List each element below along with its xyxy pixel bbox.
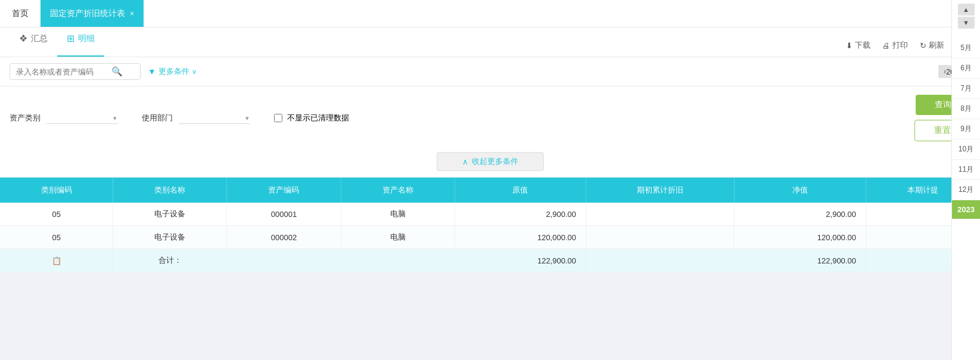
refresh-icon: ↻ <box>920 41 926 50</box>
print-icon: 🖨 <box>882 41 890 50</box>
table-row: 05 电子设备 000002 电脑 120,000.00 120,000.00 <box>0 226 980 249</box>
refresh-label: 刷新 <box>929 40 944 51</box>
total-row: 📋 合计： 122,900.00 122,900.00 <box>0 249 980 272</box>
sub-tabs-bar: ❖ 汇总 ⊞ 明细 ⬇ 下载 🖨 打印 ↻ 刷新 <box>0 27 980 57</box>
cell-net-value: 2,900.00 <box>735 203 866 226</box>
collapse-label: 收起更多条件 <box>472 156 518 167</box>
download-btn[interactable]: ⬇ 下载 <box>846 40 870 51</box>
active-tab[interactable]: 固定资产折旧统计表 × <box>41 0 144 27</box>
nav-arrows: ▲ ▼ <box>958 0 975 32</box>
total-asset-name <box>341 249 455 272</box>
collapse-icon: ∧ <box>462 157 468 166</box>
search-bar: 🔍 ▼ 更多条件 ∨ › 2023.01 <box>0 57 980 86</box>
filter-row: 资产类别 ▾ 使用部门 ▾ 不显示已清理数据 查询 重置 <box>10 95 970 141</box>
cell-asset-name: 电脑 <box>341 226 455 249</box>
col-asset-code: 资产编码 <box>227 178 341 203</box>
total-icon: 📋 <box>0 249 113 272</box>
month-item[interactable]: 9月 <box>952 119 980 139</box>
search-input[interactable] <box>16 67 111 76</box>
cell-category-name: 电子设备 <box>113 203 227 226</box>
month-item[interactable]: 10月 <box>952 139 980 160</box>
filter-icon: ▼ <box>148 67 156 76</box>
hide-cleared-wrap: 不显示已清理数据 <box>274 113 349 123</box>
table-header-row: 类别编码 类别名称 资产编码 资产名称 原值 期初累计折旧 净值 本期计提 <box>0 178 980 203</box>
col-original-value: 原值 <box>455 178 586 203</box>
col-accumulated-dep: 期初累计折旧 <box>586 178 735 203</box>
asset-category-filter: 资产类别 ▾ <box>10 112 118 124</box>
col-category-name: 类别名称 <box>113 178 227 203</box>
print-btn[interactable]: 🖨 打印 <box>882 40 908 51</box>
cell-net-value: 120,000.00 <box>735 226 866 249</box>
tab-summary[interactable]: ❖ 汇总 <box>10 27 57 57</box>
detail-icon: ⊞ <box>67 33 74 44</box>
refresh-btn[interactable]: ↻ 刷新 <box>920 40 944 51</box>
tab-detail[interactable]: ⊞ 明细 <box>57 27 104 57</box>
cell-original-value: 120,000.00 <box>455 226 586 249</box>
cell-original-value: 2,900.00 <box>455 203 586 226</box>
cell-accumulated-dep <box>586 203 735 226</box>
asset-category-select[interactable] <box>46 112 118 124</box>
col-asset-name: 资产名称 <box>341 178 455 203</box>
home-nav-item[interactable]: 首页 <box>0 0 41 27</box>
month-item[interactable]: 5月 <box>952 38 980 58</box>
active-tab-label: 固定资产折旧统计表 <box>50 8 125 19</box>
more-conditions-label: 更多条件 <box>158 66 189 77</box>
total-net-value: 122,900.00 <box>735 249 866 272</box>
col-net-value: 净值 <box>735 178 866 203</box>
cell-category-code: 05 <box>0 226 113 249</box>
year-badge[interactable]: 2023 <box>952 200 980 219</box>
toolbar-right: ⬇ 下载 🖨 打印 ↻ 刷新 <box>846 40 944 51</box>
month-item[interactable]: 7月 <box>952 79 980 99</box>
print-label: 打印 <box>892 40 908 51</box>
tab-detail-label: 明细 <box>78 33 95 44</box>
total-asset-code <box>227 249 341 272</box>
cell-asset-code: 000001 <box>227 203 341 226</box>
top-nav: 首页 固定资产折旧统计表 × ✕ <box>0 0 980 27</box>
col-category-code: 类别编码 <box>0 178 113 203</box>
hide-cleared-checkbox[interactable] <box>274 114 282 122</box>
chevron-down-icon: ∨ <box>192 68 197 76</box>
tab-summary-label: 汇总 <box>31 33 48 44</box>
collapse-btn[interactable]: ∧ 收起更多条件 <box>437 152 544 171</box>
total-accumulated-dep <box>586 249 735 272</box>
table-wrap: 类别编码 类别名称 资产编码 资产名称 原值 期初累计折旧 净值 本期计提 05… <box>0 178 980 272</box>
cell-asset-name: 电脑 <box>341 203 455 226</box>
search-input-wrap[interactable]: 🔍 <box>10 63 141 80</box>
scroll-up-btn[interactable]: ▲ <box>958 4 975 15</box>
tab-close-icon[interactable]: × <box>130 10 134 18</box>
total-original-value: 122,900.00 <box>455 249 586 272</box>
scroll-down-btn[interactable]: ▼ <box>958 17 975 29</box>
month-item[interactable]: 11月 <box>952 160 980 180</box>
department-filter: 使用部门 ▾ <box>142 112 250 124</box>
month-list: 5月6月7月8月9月10月11月12月2023 <box>952 32 980 219</box>
table-row: 05 电子设备 000001 电脑 2,900.00 2,900.00 <box>0 203 980 226</box>
summary-icon: ❖ <box>19 33 27 44</box>
filter-area: 资产类别 ▾ 使用部门 ▾ 不显示已清理数据 查询 重置 <box>0 86 980 178</box>
more-conditions-btn[interactable]: ▼ 更多条件 ∨ <box>148 66 197 77</box>
search-icon[interactable]: 🔍 <box>111 66 123 77</box>
total-label: 合计： <box>113 249 227 272</box>
download-icon: ⬇ <box>846 41 853 50</box>
month-item[interactable]: 12月 <box>952 180 980 200</box>
asset-category-select-wrap: ▾ <box>46 112 118 124</box>
hide-cleared-label: 不显示已清理数据 <box>287 113 349 123</box>
cell-category-code: 05 <box>0 203 113 226</box>
cell-category-name: 电子设备 <box>113 226 227 249</box>
cell-accumulated-dep <box>586 226 735 249</box>
asset-category-label: 资产类别 <box>10 113 41 123</box>
department-label: 使用部门 <box>142 113 173 123</box>
month-item[interactable]: 6月 <box>952 58 980 79</box>
download-label: 下载 <box>855 40 870 51</box>
cell-asset-code: 000002 <box>227 226 341 249</box>
month-item[interactable]: 8月 <box>952 99 980 119</box>
right-panel: ▲ ▼ 5月6月7月8月9月10月11月12月2023 <box>951 0 980 360</box>
department-select[interactable] <box>179 112 250 124</box>
department-select-wrap: ▾ <box>179 112 250 124</box>
data-table: 类别编码 类别名称 资产编码 资产名称 原值 期初累计折旧 净值 本期计提 05… <box>0 178 980 272</box>
